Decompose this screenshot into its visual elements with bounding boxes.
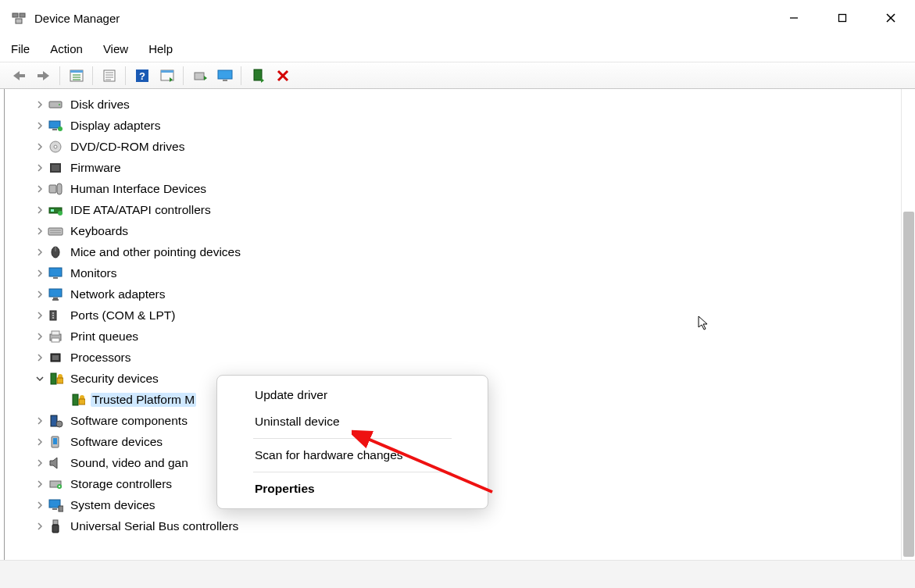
mouse-icon <box>47 244 64 260</box>
update-driver-button[interactable] <box>188 64 213 87</box>
swdev-icon <box>47 434 64 450</box>
tree-node[interactable]: Display adapters <box>33 115 901 136</box>
tree-node[interactable]: IDE ATA/ATAPI controllers <box>33 199 901 220</box>
svg-rect-65 <box>51 373 56 384</box>
svg-rect-34 <box>49 121 60 128</box>
sound-icon <box>47 455 64 471</box>
tree-node[interactable]: Ports (COM & LPT) <box>33 305 901 326</box>
tree-node-label: Software devices <box>69 435 164 449</box>
expand-chevron-icon[interactable] <box>33 333 47 340</box>
tree-node-label: Storage controllers <box>69 477 173 491</box>
svg-rect-46 <box>48 228 63 235</box>
svg-marker-29 <box>261 78 264 83</box>
tree-node-label: Disk drives <box>69 98 131 112</box>
svg-point-58 <box>52 315 54 316</box>
svg-marker-23 <box>170 77 173 82</box>
toolbar: ? <box>0 62 915 89</box>
menu-action[interactable]: Action <box>50 42 83 55</box>
printer-icon <box>47 329 64 344</box>
expand-chevron-icon[interactable] <box>33 227 47 235</box>
back-button[interactable] <box>6 64 31 87</box>
show-hide-tree-button[interactable] <box>64 64 89 87</box>
collapse-chevron-icon[interactable] <box>33 375 47 383</box>
tree-node[interactable]: Network adapters <box>33 283 901 305</box>
security-icon <box>47 371 64 387</box>
tree-node[interactable]: Monitors <box>33 262 901 283</box>
expand-chevron-icon[interactable] <box>33 101 47 109</box>
enable-device-button[interactable] <box>245 64 270 87</box>
svg-rect-72 <box>53 438 57 444</box>
svg-rect-66 <box>57 378 63 383</box>
ide-icon <box>47 202 64 218</box>
menu-file[interactable]: File <box>11 42 30 55</box>
svg-rect-40 <box>52 165 59 171</box>
tpm-icon <box>69 392 86 408</box>
scan-button[interactable] <box>155 64 180 87</box>
svg-point-38 <box>54 145 57 148</box>
network-icon <box>47 287 64 302</box>
menu-help[interactable]: Help <box>148 42 173 55</box>
expand-chevron-icon[interactable] <box>33 143 47 151</box>
tree-node[interactable]: Keyboards <box>33 220 901 241</box>
dvd-icon <box>47 139 64 155</box>
tree-node[interactable]: Disk drives <box>33 94 901 115</box>
expand-chevron-icon[interactable] <box>33 248 47 256</box>
expand-chevron-icon[interactable] <box>33 459 47 467</box>
expand-chevron-icon[interactable] <box>33 438 47 446</box>
menu-separator <box>253 438 452 439</box>
expand-chevron-icon[interactable] <box>33 290 47 298</box>
tree-node[interactable]: Human Interface Devices <box>33 178 901 199</box>
tree-node[interactable]: Universal Serial Bus controllers <box>33 515 901 536</box>
tree-node-label: Ports (COM & LPT) <box>69 308 177 323</box>
scrollbar-thumb[interactable] <box>903 212 914 557</box>
expand-chevron-icon[interactable] <box>33 417 47 425</box>
svg-rect-76 <box>52 508 57 510</box>
expand-chevron-icon[interactable] <box>33 480 47 488</box>
storage-icon <box>47 476 64 492</box>
tree-node-label: Trusted Platform M <box>91 393 196 407</box>
context-menu-item[interactable]: Uninstall device <box>217 408 488 435</box>
menu-view[interactable]: View <box>103 42 128 55</box>
svg-rect-51 <box>49 268 62 276</box>
tree-node[interactable]: Firmware <box>33 157 901 178</box>
tree-node[interactable]: Print queues <box>33 326 901 347</box>
svg-rect-53 <box>49 289 62 297</box>
context-menu-item[interactable]: Properties <box>217 476 488 502</box>
expand-chevron-icon[interactable] <box>33 501 47 509</box>
tree-node-label: Keyboards <box>69 224 130 238</box>
expand-chevron-icon[interactable] <box>33 206 47 214</box>
svg-rect-61 <box>52 331 59 335</box>
expand-chevron-icon[interactable] <box>33 354 47 362</box>
properties-button[interactable] <box>97 64 122 87</box>
tree-node[interactable]: Mice and other pointing devices <box>33 241 901 262</box>
system-icon <box>47 497 64 513</box>
tree-node[interactable]: DVD/CD-ROM drives <box>33 136 901 157</box>
forward-button[interactable] <box>31 64 56 87</box>
tree-node-label: IDE ATA/ATAPI controllers <box>69 203 213 217</box>
cpu-icon <box>47 350 64 365</box>
svg-marker-25 <box>204 76 207 80</box>
expand-chevron-icon[interactable] <box>33 185 47 193</box>
monitor-button[interactable] <box>213 64 238 87</box>
maximize-button[interactable] <box>818 0 867 36</box>
svg-rect-28 <box>254 69 262 80</box>
expand-chevron-icon[interactable] <box>33 522 47 530</box>
expand-chevron-icon[interactable] <box>33 122 47 130</box>
svg-rect-1 <box>20 13 25 17</box>
help-button[interactable]: ? <box>130 64 155 87</box>
svg-point-45 <box>58 211 63 216</box>
device-manager-window: Device Manager File Action View Help ? <box>0 0 915 588</box>
tree-node[interactable]: Processors <box>33 347 901 368</box>
expand-chevron-icon[interactable] <box>33 312 47 319</box>
close-button[interactable] <box>867 0 915 36</box>
expand-chevron-icon[interactable] <box>33 164 47 172</box>
svg-rect-4 <box>839 15 846 22</box>
svg-rect-79 <box>52 525 59 533</box>
vertical-scrollbar[interactable] <box>901 89 915 560</box>
context-menu-item[interactable]: Update driver <box>217 382 488 408</box>
context-menu-item[interactable]: Scan for hardware changes <box>217 442 488 469</box>
uninstall-device-button[interactable] <box>270 64 295 87</box>
minimize-button[interactable] <box>770 0 818 36</box>
tree-node-label: Human Interface Devices <box>69 182 208 196</box>
expand-chevron-icon[interactable] <box>33 269 47 277</box>
